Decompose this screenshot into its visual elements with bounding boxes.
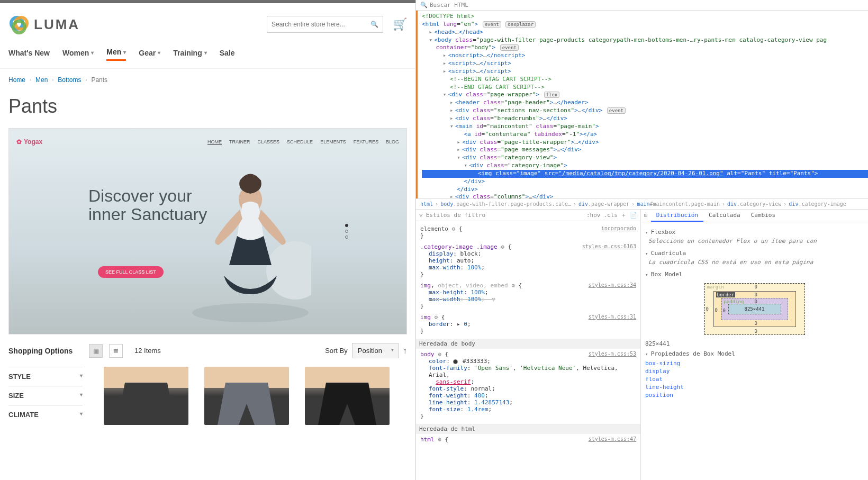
box-model-diagram: margin 0 border 0 padding 0 0 825×441 [704, 283, 805, 335]
filter-icon[interactable]: ▽ [419, 212, 423, 219]
chevron-down-icon: ▾ [123, 49, 126, 55]
page-title: Pants [0, 91, 415, 128]
layout-toggle-icon[interactable]: ⊞ [641, 210, 651, 222]
cls-toggle[interactable]: .cls [604, 212, 618, 219]
yoga-figure [189, 165, 311, 323]
product-item[interactable] [305, 367, 390, 425]
box-dimensions: 825×441 [645, 340, 864, 347]
bm-prop-line-height[interactable]: line-height [645, 383, 864, 391]
search-input[interactable] [272, 21, 370, 28]
inherited-body-header: Heredada de body [416, 339, 640, 349]
search-box[interactable]: 🔍 [267, 16, 383, 33]
plus-icon[interactable]: ＋ [621, 211, 627, 219]
list-view-button[interactable]: ≣ [109, 344, 123, 358]
banner-cta[interactable]: SEE FULL CLASS LIST [98, 266, 164, 278]
selected-dom-node[interactable]: <img class="image" src="/media/catalog/t… [422, 170, 868, 178]
cart-icon[interactable]: 🛒 [393, 17, 407, 31]
filter-style[interactable]: STYLE▾ [8, 367, 83, 386]
banner-menu: HOMETRAINERCLASSESSCHEDULEELEMENTSFEATUR… [207, 139, 399, 145]
webpage-pane: LUMA 🔍 🛒 What's New Women▾ Men▾ Gear▾ Tr… [0, 0, 415, 480]
items-count: 12 Items [134, 347, 161, 355]
filter-climate[interactable]: CLIMATE▾ [8, 405, 83, 424]
main-nav: What's New Women▾ Men▾ Gear▾ Training▾ S… [0, 40, 415, 69]
dom-breadcrumb[interactable]: html› body.page-with-filter.page-product… [416, 198, 868, 210]
layout-pane: ⊞ Distribución Calculada Cambios Flexbox… [641, 210, 868, 480]
product-grid [93, 367, 407, 425]
logo-icon [8, 14, 30, 35]
grid-view-button[interactable]: ▦ [89, 344, 103, 358]
inherited-html-header: Heredada de html [416, 424, 640, 434]
sort-select[interactable]: Position ▾ [352, 343, 399, 358]
dom-tree[interactable]: <!DOCTYPE html> <html lang="en"> event d… [416, 11, 868, 198]
styles-pane: ▽ Estilos de filtro :hov .cls ＋ 📄 elemen… [416, 210, 641, 480]
styles-filter[interactable]: Estilos de filtro [426, 212, 486, 219]
breadcrumb-home[interactable]: Home [8, 76, 25, 84]
svg-point-4 [192, 303, 309, 322]
nav-gear[interactable]: Gear▾ [139, 48, 160, 61]
breadcrumb-current: Pants [91, 76, 107, 84]
nav-training[interactable]: Training▾ [173, 48, 206, 61]
tab-distribution[interactable]: Distribución [651, 210, 703, 222]
devtools-search[interactable]: 🔍 Buscar HTML [416, 0, 868, 11]
bm-prop-position[interactable]: position [645, 391, 864, 399]
category-banner: ✿Yogax HOMETRAINERCLASSESSCHEDULEELEMENT… [8, 128, 407, 334]
tab-changes[interactable]: Cambios [746, 210, 781, 222]
tab-computed[interactable]: Calculada [703, 210, 746, 222]
filter-sidebar: STYLE▾ SIZE▾ CLIMATE▾ [8, 367, 83, 425]
pin-icon[interactable]: 📄 [630, 212, 637, 219]
slider-dots[interactable] [345, 221, 348, 241]
logo-text: LUMA [34, 16, 80, 33]
dom-doctype: <!DOCTYPE html> [422, 13, 474, 20]
devtools-pane: 🔍 Buscar HTML <!DOCTYPE html> <html lang… [415, 0, 868, 480]
product-item[interactable] [104, 367, 188, 425]
product-item[interactable] [204, 367, 289, 425]
bm-prop-display[interactable]: display [645, 367, 864, 375]
breadcrumbs: Home› Men› Bottoms› Pants [0, 69, 415, 91]
bm-prop-float[interactable]: float [645, 375, 864, 383]
flexbox-section[interactable]: Flexbox [645, 229, 864, 236]
sort-by-label: Sort By [325, 347, 348, 355]
filter-size[interactable]: SIZE▾ [8, 386, 83, 405]
nav-whats-new[interactable]: What's New [8, 48, 50, 61]
nav-women[interactable]: Women▾ [62, 48, 94, 61]
breadcrumb-bottoms[interactable]: Bottoms [58, 76, 81, 84]
bm-prop-box-sizing[interactable]: box-sizing [645, 359, 864, 367]
chevron-down-icon: ▾ [391, 347, 394, 352]
hov-toggle[interactable]: :hov [586, 212, 601, 219]
chevron-down-icon: ▾ [91, 50, 94, 56]
site-logo[interactable]: LUMA [8, 14, 80, 35]
chevron-down-icon: ▾ [204, 50, 207, 56]
grid-section[interactable]: Cuadrícula [645, 250, 864, 257]
search-icon[interactable]: 🔍 [370, 21, 378, 28]
chevron-down-icon: ▾ [158, 50, 160, 56]
nav-men[interactable]: Men▾ [106, 48, 126, 61]
banner-logo: ✿Yogax [16, 138, 42, 146]
breadcrumb-men[interactable]: Men [35, 76, 48, 84]
sort-direction-icon[interactable]: ↑ [403, 346, 407, 356]
boxmodel-section[interactable]: Box Model [645, 271, 864, 278]
svg-point-3 [266, 241, 311, 300]
shopping-options-title: Shopping Options [8, 347, 83, 355]
nav-sale[interactable]: Sale [220, 48, 235, 61]
boxmodel-props-title[interactable]: Propiedades de Box Model [645, 350, 864, 357]
